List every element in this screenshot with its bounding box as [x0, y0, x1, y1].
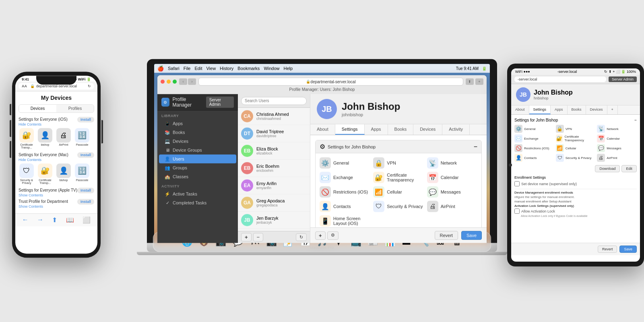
minimize-button[interactable]: [167, 80, 171, 84]
ipad-download-button[interactable]: Download: [595, 165, 620, 172]
ipad-tab-books[interactable]: Books: [568, 105, 586, 114]
settings-collapse-icon[interactable]: −: [474, 143, 477, 150]
user-item-christina[interactable]: CA Christina Ahmed christinaahmed: [238, 107, 310, 125]
add-user-button[interactable]: +: [241, 233, 252, 242]
setting-cellular[interactable]: 📶 Cellular: [373, 186, 423, 198]
file-menu[interactable]: File: [184, 66, 191, 71]
sidebar-item-users[interactable]: 👤 Users: [159, 155, 236, 163]
setting-cert[interactable]: 🔐 Certificate Transparency: [373, 172, 423, 183]
user-item-jen[interactable]: JB Jen Barzyk jenbarzyk: [238, 211, 310, 229]
iphone-hide-mac-button[interactable]: Hide Contents: [19, 158, 94, 162]
sidebar-item-completed-tasks[interactable]: ✓ Completed Tasks: [157, 198, 238, 207]
ipad-save-button[interactable]: Save: [619, 246, 637, 253]
setting-calendar[interactable]: 📅 Calendar: [427, 172, 477, 183]
ipad-collapse-icon[interactable]: −: [634, 118, 637, 122]
ipad-edit-button[interactable]: Edit: [621, 165, 637, 172]
ipad-tab-more[interactable]: +: [607, 105, 618, 114]
ipad-server-admin-button[interactable]: Server Admin: [609, 76, 637, 82]
tab-books[interactable]: Books: [388, 124, 414, 135]
edit-menu[interactable]: Edit: [194, 66, 202, 71]
settings-gear-button[interactable]: ⚙: [327, 231, 339, 239]
view-menu[interactable]: View: [206, 66, 216, 71]
setting-airprint[interactable]: 🖨 AirPrint: [427, 201, 477, 212]
ipad-tab-about[interactable]: About: [511, 105, 529, 114]
forward-button[interactable]: ›: [188, 78, 196, 85]
setting-messages[interactable]: 💬 Messages: [427, 186, 477, 198]
ipad-tab-devices[interactable]: Devices: [586, 105, 607, 114]
share-button[interactable]: ⬆: [466, 78, 474, 85]
search-input[interactable]: [241, 97, 307, 105]
ipad-setting-messages[interactable]: 💬 Messages: [597, 144, 637, 152]
iphone-tab-profiles[interactable]: Profiles: [56, 105, 94, 112]
setting-security[interactable]: 🛡 Security & Privacy: [373, 201, 423, 212]
ipad-setting-contacts[interactable]: 👤 Contacts: [514, 154, 554, 162]
ipad-tab-apps[interactable]: Apps: [551, 105, 568, 114]
tab-devices[interactable]: Devices: [413, 124, 442, 135]
ipad-tab-settings[interactable]: Settings: [529, 105, 551, 114]
address-bar[interactable]: 🔒 departmental-server.local: [198, 78, 463, 86]
ipad-setting-cellular[interactable]: 📶 Cellular: [556, 144, 596, 152]
iphone-bookmarks-button[interactable]: 📖: [66, 216, 74, 224]
sidebar-item-device-groups[interactable]: 🖥 Device Groups: [157, 146, 238, 155]
sidebar-item-classes[interactable]: 🏫 Classes: [157, 172, 238, 181]
setting-restrictions[interactable]: 🚫 Restrictions (iOS): [320, 186, 370, 198]
add-tab-button[interactable]: +: [475, 78, 483, 85]
iphone-install-appletv-button[interactable]: Install: [77, 188, 94, 193]
ipad-activation-lock-check[interactable]: [514, 208, 520, 214]
setting-vpn[interactable]: 🔒 VPN: [373, 157, 423, 169]
revert-button[interactable]: Revert: [435, 231, 458, 240]
user-item-eliza[interactable]: EB Eliza Block elizablock: [238, 142, 310, 159]
ipad-setting-general[interactable]: ⚙️ General: [514, 125, 554, 133]
sidebar-item-books[interactable]: 📚 Books: [157, 128, 238, 137]
iphone-back-button[interactable]: ←: [22, 216, 29, 224]
window-menu[interactable]: Window: [264, 66, 279, 71]
help-menu[interactable]: Help: [284, 66, 293, 71]
tab-about[interactable]: About: [310, 124, 335, 135]
refresh-button[interactable]: ↻: [296, 233, 307, 241]
ipad-setting-restrictions[interactable]: 🚫 Restrictions (iOS): [514, 144, 554, 152]
history-menu[interactable]: History: [220, 66, 233, 71]
setting-general[interactable]: ⚙️ General: [320, 157, 370, 169]
iphone-show-appletv-button[interactable]: Show Contents: [19, 193, 94, 197]
iphone-share-button[interactable]: ⬆: [52, 216, 57, 224]
remove-user-button[interactable]: −: [253, 233, 264, 242]
safari-menu[interactable]: Safari: [168, 66, 180, 71]
bookmarks-menu[interactable]: Bookmarks: [237, 66, 260, 71]
user-item-greg[interactable]: GA Greg Apodaca gregapodaca: [238, 194, 310, 211]
tab-activity[interactable]: Activity: [442, 124, 470, 135]
ipad-allow-activation-lock[interactable]: Allow Activation Lock: [514, 208, 637, 214]
user-item-eric[interactable]: EB Eric Boehm ericboehm: [238, 159, 310, 177]
server-admin-button[interactable]: Server Admin: [206, 97, 234, 108]
setting-network[interactable]: 📡 Network: [427, 157, 477, 169]
user-item-erny[interactable]: EA Erny Arifin ernyanfin: [238, 177, 310, 194]
close-button[interactable]: [161, 80, 165, 84]
iphone-tabs-button[interactable]: ⬜: [83, 216, 91, 224]
ipad-setting-cert[interactable]: 🔐 Certificate Transparency: [556, 134, 596, 142]
maximize-button[interactable]: [173, 80, 177, 84]
iphone-refresh-icon[interactable]: ↻: [88, 84, 91, 88]
setting-homescreen[interactable]: 📱 Home Screen Layout (iOS): [320, 215, 370, 227]
ipad-setting-exchange[interactable]: ✉️ Exchange: [514, 134, 554, 142]
ipad-setting-network[interactable]: 📡 Network: [597, 125, 637, 133]
tab-settings[interactable]: Settings: [335, 124, 365, 135]
sidebar-item-devices[interactable]: 💻 Devices: [157, 137, 238, 146]
setting-exchange[interactable]: ✉️ Exchange: [320, 172, 370, 183]
iphone-tab-devices[interactable]: Devices: [19, 105, 56, 112]
sidebar-item-groups[interactable]: 👥 Groups: [157, 163, 238, 172]
save-button[interactable]: Save: [461, 231, 482, 240]
sidebar-item-apps[interactable]: 📱 Apps: [157, 119, 238, 128]
ipad-revert-button[interactable]: Revert: [598, 246, 617, 253]
back-button[interactable]: ‹: [179, 78, 187, 85]
iphone-forward-button[interactable]: →: [37, 216, 43, 224]
iphone-hide-ios-button[interactable]: Hide Contents: [19, 122, 94, 126]
iphone-install-ios-button[interactable]: Install: [77, 117, 94, 122]
add-record-button[interactable]: +: [315, 231, 326, 239]
ipad-setting-security[interactable]: 🛡 Security & Privacy: [556, 154, 596, 162]
iphone-trust-show-button[interactable]: Show Contents: [19, 204, 94, 208]
ipad-url-field[interactable]: -server.local: [514, 76, 606, 82]
iphone-install-mac-button[interactable]: Install: [77, 152, 94, 158]
ipad-device-name-checkbox[interactable]: Set device name (supervised only): [514, 181, 637, 186]
user-item-david[interactable]: DT David Triptree davidtriptree: [238, 125, 310, 142]
setting-contacts[interactable]: 👤 Contacts: [320, 201, 370, 212]
ipad-setting-calendar[interactable]: 📅 Calendar: [597, 134, 637, 142]
